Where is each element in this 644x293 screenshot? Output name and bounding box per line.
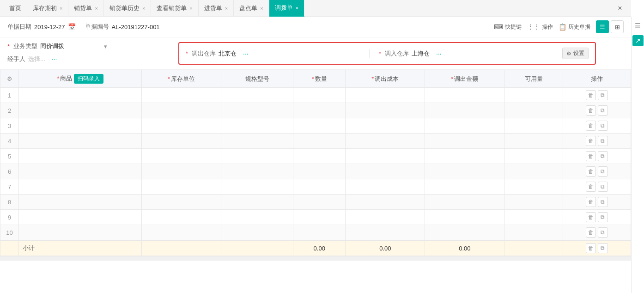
tab-close-inventory-init[interactable]: ×: [60, 6, 62, 11]
layout-grid-button[interactable]: ⊞: [611, 20, 624, 33]
tab-close-inventory-check[interactable]: ×: [260, 6, 263, 11]
person-value[interactable]: 选择...: [28, 55, 45, 63]
cell-available-7[interactable]: [504, 179, 563, 195]
copy-icon-subtotal[interactable]: ⧉: [598, 243, 608, 253]
cell-cost-3[interactable]: [346, 118, 425, 134]
cell-cost-9[interactable]: [346, 210, 425, 225]
cell-quantity-9[interactable]: [293, 210, 346, 225]
cell-cost-6[interactable]: [346, 164, 425, 179]
cell-amount-1[interactable]: [425, 88, 504, 103]
table-gear-icon[interactable]: ⚙: [7, 75, 12, 82]
copy-icon-7[interactable]: ⧉: [598, 182, 608, 192]
tab-view-sales[interactable]: 查看销货单 ×: [151, 0, 198, 17]
calendar-icon[interactable]: 📅: [68, 23, 76, 31]
copy-icon-8[interactable]: ⧉: [598, 197, 608, 207]
side-export-icon[interactable]: ↗: [632, 35, 644, 46]
cell-product-8[interactable]: [19, 195, 142, 210]
cell-spec-4[interactable]: [221, 134, 293, 149]
cell-unit-4[interactable]: [142, 134, 221, 149]
cell-spec-7[interactable]: [221, 179, 293, 195]
cell-quantity-10[interactable]: [293, 225, 346, 241]
window-close-button[interactable]: ×: [613, 0, 627, 17]
copy-icon-5[interactable]: ⧉: [598, 151, 608, 161]
tab-close-sales-order[interactable]: ×: [95, 6, 97, 11]
copy-icon-4[interactable]: ⧉: [598, 136, 608, 146]
copy-icon-2[interactable]: ⧉: [598, 105, 608, 116]
cell-available-3[interactable]: [504, 118, 563, 134]
table-gear-header[interactable]: ⚙: [0, 70, 19, 88]
business-type-dropdown[interactable]: ▾: [104, 43, 107, 50]
tab-inventory-check[interactable]: 盘点单 ×: [234, 0, 269, 17]
cell-spec-1[interactable]: [221, 88, 293, 103]
tab-transfer-order[interactable]: 调拨单 ×: [269, 0, 304, 17]
cell-unit-7[interactable]: [142, 179, 221, 195]
delete-icon-8[interactable]: 🗑: [586, 197, 596, 207]
cell-quantity-7[interactable]: [293, 179, 346, 195]
delete-icon-2[interactable]: 🗑: [586, 105, 596, 116]
cell-cost-1[interactable]: [346, 88, 425, 103]
cell-quantity-3[interactable]: [293, 118, 346, 134]
cell-product-4[interactable]: [19, 134, 142, 149]
copy-icon-10[interactable]: ⧉: [598, 227, 608, 238]
cell-available-4[interactable]: [504, 134, 563, 149]
shortcut-button[interactable]: ⌨ 快捷键: [494, 23, 522, 31]
cell-quantity-6[interactable]: [293, 164, 346, 179]
cell-spec-8[interactable]: [221, 195, 293, 210]
side-list-icon[interactable]: ☰: [632, 20, 644, 31]
cell-available-9[interactable]: [504, 210, 563, 225]
delete-icon-5[interactable]: 🗑: [586, 151, 596, 161]
cell-cost-7[interactable]: [346, 179, 425, 195]
cell-unit-10[interactable]: [142, 225, 221, 241]
cell-unit-2[interactable]: [142, 103, 221, 118]
tab-close-view-sales[interactable]: ×: [189, 6, 192, 11]
delete-icon-3[interactable]: 🗑: [586, 121, 596, 131]
cell-spec-6[interactable]: [221, 164, 293, 179]
copy-icon-9[interactable]: ⧉: [598, 212, 608, 222]
cell-product-10[interactable]: [19, 225, 142, 241]
cell-product-3[interactable]: [19, 118, 142, 134]
cell-amount-5[interactable]: [425, 149, 504, 164]
copy-icon-6[interactable]: ⧉: [598, 166, 608, 177]
tab-close-sales-history[interactable]: ×: [142, 6, 145, 11]
cell-unit-8[interactable]: [142, 195, 221, 210]
cell-amount-8[interactable]: [425, 195, 504, 210]
cell-product-7[interactable]: [19, 179, 142, 195]
tab-home[interactable]: 首页: [4, 0, 27, 17]
cell-amount-7[interactable]: [425, 179, 504, 195]
cell-amount-4[interactable]: [425, 134, 504, 149]
person-ellipsis-button[interactable]: ···: [52, 55, 57, 63]
tab-sales-order[interactable]: 销货单 ×: [68, 0, 103, 17]
tab-close-purchase-order[interactable]: ×: [225, 6, 228, 11]
cell-available-6[interactable]: [504, 164, 563, 179]
cell-available-2[interactable]: [504, 103, 563, 118]
cell-unit-9[interactable]: [142, 210, 221, 225]
cell-quantity-1[interactable]: [293, 88, 346, 103]
cell-cost-10[interactable]: [346, 225, 425, 241]
delete-icon-1[interactable]: 🗑: [586, 90, 596, 100]
cell-cost-4[interactable]: [346, 134, 425, 149]
cell-cost-8[interactable]: [346, 195, 425, 210]
cell-amount-2[interactable]: [425, 103, 504, 118]
delete-icon-10[interactable]: 🗑: [586, 227, 596, 238]
cell-amount-3[interactable]: [425, 118, 504, 134]
tab-sales-history[interactable]: 销货单历史 ×: [104, 0, 151, 17]
delete-icon-subtotal[interactable]: 🗑: [586, 243, 596, 253]
delete-icon-4[interactable]: 🗑: [586, 136, 596, 146]
tab-inventory-init[interactable]: 库存期初 ×: [27, 0, 68, 17]
cell-spec-5[interactable]: [221, 149, 293, 164]
cell-available-1[interactable]: [504, 88, 563, 103]
cell-quantity-2[interactable]: [293, 103, 346, 118]
cell-available-8[interactable]: [504, 195, 563, 210]
cell-available-5[interactable]: [504, 149, 563, 164]
history-button[interactable]: 📋 历史单据: [559, 23, 590, 31]
cell-amount-6[interactable]: [425, 164, 504, 179]
delete-icon-7[interactable]: 🗑: [586, 182, 596, 192]
cell-spec-10[interactable]: [221, 225, 293, 241]
cell-product-9[interactable]: [19, 210, 142, 225]
copy-icon-3[interactable]: ⧉: [598, 121, 608, 131]
cell-cost-2[interactable]: [346, 103, 425, 118]
delete-icon-9[interactable]: 🗑: [586, 212, 596, 222]
delete-icon-6[interactable]: 🗑: [586, 166, 596, 177]
cell-unit-5[interactable]: [142, 149, 221, 164]
cell-quantity-5[interactable]: [293, 149, 346, 164]
